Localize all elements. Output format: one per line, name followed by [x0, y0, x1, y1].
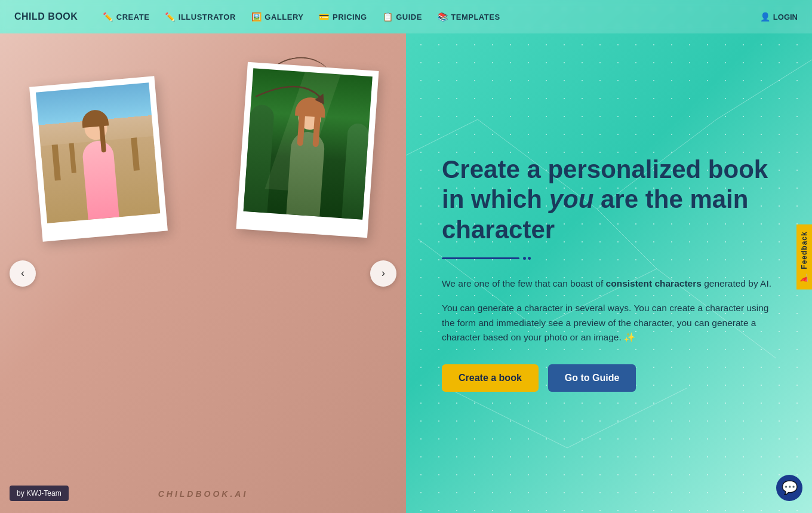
image-panel: CHILDBOOK.AI ‹ ›	[0, 33, 406, 513]
main-content: CHILDBOOK.AI ‹ › Create a personalized b…	[0, 33, 812, 513]
create-icon: ✏️	[103, 12, 113, 21]
carousel-prev-button[interactable]: ‹	[10, 260, 36, 287]
navbar: CHILD BOOK ✏️ CREATE ✏️ ILLUSTRATOR 🖼️ G…	[0, 0, 812, 33]
guide-icon: 📋	[383, 12, 393, 21]
divider-line	[442, 257, 519, 259]
feedback-button[interactable]: 🚩 Feedback	[796, 224, 812, 289]
polaroid-container: CHILDBOOK.AI ‹ ›	[0, 33, 406, 513]
text-content: Create a personalized book in which you …	[406, 126, 812, 420]
user-icon: 👤	[760, 12, 770, 21]
button-group: Create a book Go to Guide	[442, 364, 776, 392]
nav-item-templates[interactable]: 📚 TEMPLATES	[432, 8, 506, 25]
pricing-icon: 💳	[319, 12, 330, 21]
kwj-badge: by KWJ-Team	[10, 486, 69, 501]
create-book-button[interactable]: Create a book	[442, 364, 539, 392]
nav-item-guide[interactable]: 📋 GUIDE	[377, 8, 428, 25]
feedback-panel: 🚩 Feedback	[796, 224, 812, 289]
gallery-icon: 🖼️	[251, 12, 262, 21]
title-divider	[442, 257, 776, 260]
description-1: We are one of the few that can boast of …	[442, 277, 776, 291]
go-to-guide-button[interactable]: Go to Guide	[548, 364, 636, 392]
carousel-next-button[interactable]: ›	[370, 260, 396, 287]
nav-item-create[interactable]: ✏️ CREATE	[97, 8, 155, 25]
login-button[interactable]: 👤 LOGIN	[760, 12, 798, 21]
chat-icon: 💬	[782, 480, 798, 496]
brand-logo[interactable]: CHILD BOOK	[14, 11, 78, 22]
description-2: You can generate a character in several …	[442, 301, 776, 345]
templates-icon: 📚	[438, 12, 448, 21]
nav-items: ✏️ CREATE ✏️ ILLUSTRATOR 🖼️ GALLERY 💳 PR…	[97, 8, 760, 25]
chat-button[interactable]: 💬	[776, 475, 802, 501]
watermark: CHILDBOOK.AI	[158, 489, 248, 499]
nav-item-gallery[interactable]: 🖼️ GALLERY	[245, 8, 310, 25]
nav-item-illustrator[interactable]: ✏️ ILLUSTRATOR	[159, 8, 242, 25]
illustrator-icon: ✏️	[165, 12, 176, 21]
hero-title: Create a personalized book in which you …	[442, 155, 776, 245]
polaroid-left	[29, 76, 168, 241]
flag-icon: 🚩	[800, 272, 808, 282]
nav-item-pricing[interactable]: 💳 PRICING	[313, 8, 373, 25]
divider-dots	[523, 257, 531, 260]
